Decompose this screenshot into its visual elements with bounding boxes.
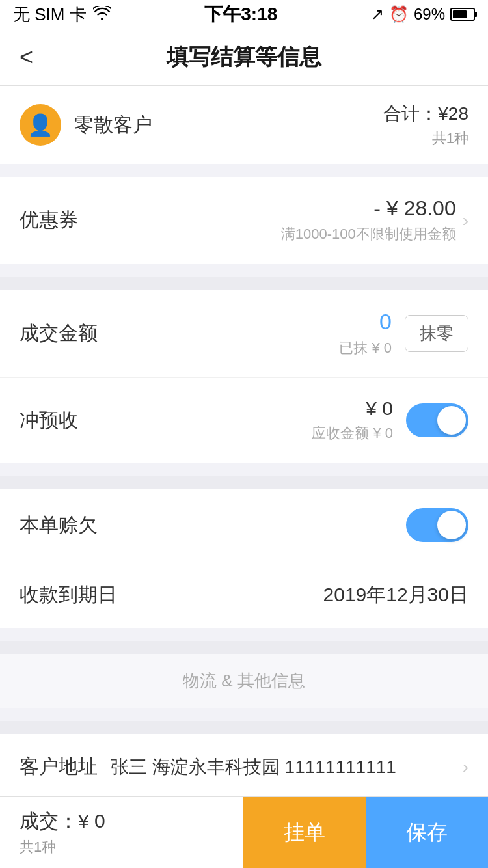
- status-bar: 无 SIM 卡 下午3:18 ↗ ⏰ 69%: [0, 0, 488, 29]
- battery-percent: 69%: [414, 5, 445, 23]
- transaction-value-col: 0 已抹 ¥ 0: [339, 309, 392, 358]
- transaction-value: 0: [339, 309, 392, 334]
- main-content: 👤 零散客户 合计：¥28 共1种 优惠券 - ¥ 28.00 满1000-10…: [0, 86, 488, 868]
- bottom-deal-row: 成交：¥ 0: [20, 808, 224, 835]
- advance-amount: ¥ 0: [312, 398, 393, 420]
- status-left: 无 SIM 卡: [13, 3, 111, 26]
- carrier-label: 无 SIM 卡: [13, 3, 87, 26]
- debt-toggle[interactable]: [406, 508, 468, 542]
- customer-avatar: 👤: [20, 104, 61, 146]
- debt-label: 本单赊欠: [20, 512, 98, 539]
- bottom-deal-label: 成交：: [20, 810, 78, 832]
- advance-right: ¥ 0 应收金额 ¥ 0: [312, 398, 468, 443]
- transaction-right: 0 已抹 ¥ 0 抹零: [339, 309, 468, 358]
- advance-toggle[interactable]: [406, 403, 468, 437]
- address-value: 张三 海淀永丰科技园 11111111111: [111, 755, 456, 780]
- coupon-right-area: - ¥ 28.00 满1000-100不限制使用金额 ›: [281, 197, 468, 244]
- coupon-right: - ¥ 28.00 满1000-100不限制使用金额: [281, 197, 456, 244]
- due-date-row: 收款到期日 2019年12月30日: [0, 562, 488, 628]
- back-button[interactable]: <: [20, 44, 33, 71]
- address-section[interactable]: 客户地址 张三 海淀永丰科技园 11111111111 ›: [0, 734, 488, 800]
- chevron-right-icon: ›: [463, 210, 468, 231]
- page-title: 填写结算等信息: [167, 42, 321, 72]
- logistics-divider: 物流 & 其他信息: [26, 670, 462, 692]
- due-date-value: 2019年12月30日: [323, 582, 468, 608]
- address-label: 客户地址: [20, 753, 98, 780]
- customer-section: 👤 零散客户 合计：¥28 共1种: [0, 86, 488, 164]
- debt-section: 本单赊欠 收款到期日 2019年12月30日: [0, 489, 488, 628]
- coupon-amount: - ¥ 28.00: [281, 197, 456, 221]
- battery-icon: [450, 8, 475, 21]
- status-time: 下午3:18: [204, 2, 277, 27]
- bottom-info: 成交：¥ 0 共1种: [0, 808, 243, 857]
- divider-3: [0, 641, 488, 654]
- bottom-bar: 成交：¥ 0 共1种 挂单 保存: [0, 796, 488, 868]
- coupon-section[interactable]: 优惠券 - ¥ 28.00 满1000-100不限制使用金额 ›: [0, 177, 488, 264]
- coupon-desc: 满1000-100不限制使用金额: [281, 224, 456, 244]
- save-button[interactable]: 保存: [366, 797, 488, 869]
- customer-total: 合计：¥28: [383, 102, 468, 126]
- divider-4: [0, 721, 488, 734]
- logistics-header: 物流 & 其他信息: [0, 654, 488, 708]
- transaction-label: 成交金额: [20, 320, 98, 347]
- coupon-label: 优惠券: [20, 207, 78, 234]
- address-chevron-icon: ›: [463, 757, 468, 778]
- advance-label: 冲预收: [20, 407, 78, 434]
- customer-count: 共1种: [383, 129, 468, 148]
- round-button[interactable]: 抹零: [405, 315, 468, 352]
- transaction-section: 成交金额 0 已抹 ¥ 0 抹零 冲预收 ¥ 0 应收金额 ¥ 0: [0, 290, 488, 463]
- avatar-icon: 👤: [27, 113, 53, 137]
- transaction-sub: 已抹 ¥ 0: [339, 338, 392, 358]
- debt-row: 本单赊欠: [0, 489, 488, 562]
- debt-toggle-area: [406, 508, 468, 542]
- bottom-count: 共1种: [20, 837, 224, 857]
- alarm-icon: ⏰: [389, 5, 409, 23]
- logistics-label: 物流 & 其他信息: [183, 670, 305, 692]
- divider-1: [0, 277, 488, 290]
- hold-button[interactable]: 挂单: [243, 797, 366, 869]
- advance-sub: 应收金额 ¥ 0: [312, 424, 393, 443]
- transaction-row: 成交金额 0 已抹 ¥ 0 抹零: [0, 290, 488, 378]
- status-right: ↗ ⏰ 69%: [371, 5, 475, 23]
- customer-name: 零散客户: [74, 112, 152, 139]
- due-date-label: 收款到期日: [20, 582, 117, 608]
- customer-left: 👤 零散客户: [20, 104, 152, 146]
- customer-right: 合计：¥28 共1种: [383, 102, 468, 148]
- nav-bar: < 填写结算等信息: [0, 29, 488, 86]
- location-icon: ↗: [371, 5, 384, 23]
- advance-value-col: ¥ 0 应收金额 ¥ 0: [312, 398, 393, 443]
- divider-2: [0, 476, 488, 489]
- bottom-deal-amount: ¥ 0: [78, 810, 105, 832]
- debt-toggle-knob: [437, 511, 466, 539]
- wifi-icon: [93, 5, 111, 25]
- toggle-knob: [437, 406, 466, 435]
- advance-row: 冲预收 ¥ 0 应收金额 ¥ 0: [0, 378, 488, 463]
- coupon-row[interactable]: 优惠券 - ¥ 28.00 满1000-100不限制使用金额 ›: [0, 177, 488, 264]
